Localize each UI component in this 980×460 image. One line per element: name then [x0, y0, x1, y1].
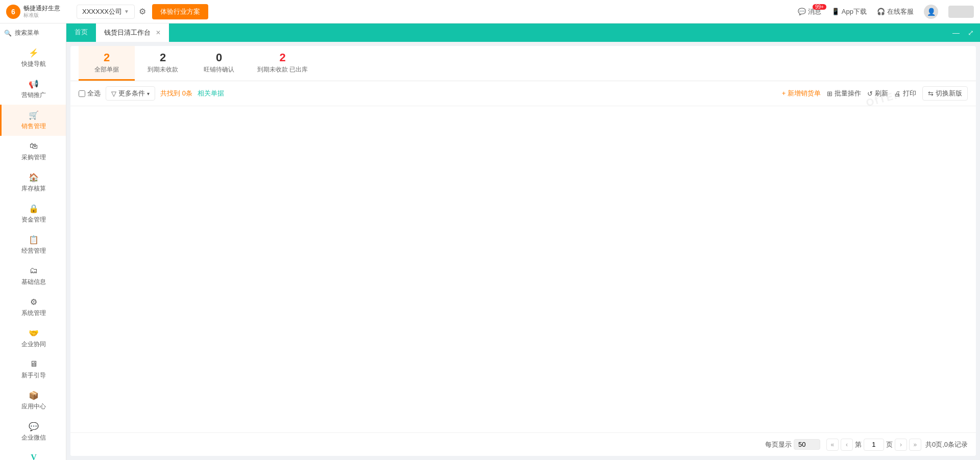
purchase-icon: 🛍	[29, 141, 39, 151]
last-page-button[interactable]: »	[909, 439, 921, 451]
message-icon: 💬	[798, 8, 806, 15]
tab-expand-icon[interactable]: ⤢	[966, 28, 976, 38]
layout: 🔍 搜索菜单 ⚡ 快捷导航 📢 营销推广 🛒 销售管理 🛍 采购管理 🏠 库存核…	[0, 23, 980, 460]
dropdown-arrow-icon: ▼	[124, 9, 129, 14]
operation-icon: 📋	[29, 234, 39, 245]
batch-icon: ⊞	[827, 90, 832, 98]
tab-controls: — ⤢	[950, 28, 980, 38]
total-info: 共0页,0条记录	[925, 440, 968, 449]
toolbar-right: + 新增销货单 ⊞ 批量操作 ↺ 刷新 🖨 打印 ⇆	[782, 86, 968, 101]
logo-icon: 6	[6, 5, 20, 19]
system-icon: ⚙	[29, 297, 39, 307]
tab-shrink-icon[interactable]: —	[950, 28, 962, 38]
member-icon: V	[29, 452, 39, 460]
prev-page-button[interactable]: ‹	[841, 439, 853, 451]
app-icon: 📱	[831, 8, 840, 15]
sidebar-item-operation[interactable]: 📋 经营管理	[0, 229, 66, 260]
stat-tab-unshipped[interactable]: 2 到期未收款 已出库	[247, 46, 318, 81]
base-icon: 🗂	[29, 265, 39, 276]
sidebar-item-finance[interactable]: 🔒 资金管理	[0, 198, 66, 229]
content-area: 2 全部单据 2 到期未收款 0 旺铺待确认 2 到期未收款 已出库	[70, 46, 976, 456]
sidebar: 🔍 搜索菜单 ⚡ 快捷导航 📢 营销推广 🛒 销售管理 🛍 采购管理 🏠 库存核…	[0, 23, 66, 460]
add-sales-order-button[interactable]: + 新增销货单	[782, 89, 821, 98]
page-size-dropdown[interactable]: 50 10 20 100	[794, 439, 820, 450]
appstore-icon: 📦	[29, 390, 39, 400]
sidebar-item-appstore[interactable]: 📦 应用中心	[0, 385, 66, 416]
sidebar-item-enterprise[interactable]: 🤝 企业协同	[0, 323, 66, 354]
print-button[interactable]: 🖨 打印	[894, 89, 916, 98]
filter-icon: ▽	[111, 90, 116, 98]
sidebar-item-guide[interactable]: 🖥 新手引导	[0, 354, 66, 385]
message-badge: 99+	[813, 4, 826, 10]
found-text: 共找到 0条	[160, 89, 192, 98]
sidebar-item-base[interactable]: 🗂 基础信息	[0, 260, 66, 292]
search-icon: 🔍	[4, 30, 12, 37]
logo-area: 6 畅捷通好生意 标准版	[6, 5, 72, 19]
select-all-checkbox[interactable]: 全选	[79, 89, 101, 98]
stat-tab-all[interactable]: 2 全部单据	[79, 46, 135, 81]
refresh-button[interactable]: ↺ 刷新	[867, 89, 888, 98]
select-all-input[interactable]	[79, 90, 85, 97]
company-selector[interactable]: XXXXXX公司 ▼	[77, 5, 135, 19]
messages-button[interactable]: 💬 消息 99+	[798, 7, 821, 16]
print-icon: 🖨	[894, 90, 901, 98]
sidebar-item-nav[interactable]: ⚡ 快捷导航	[0, 42, 66, 74]
main-area: 首页 钱货日清工作台 ✕ — ⤢ 2 全部单据 2 到期未收款	[66, 23, 980, 460]
sidebar-item-purchase[interactable]: 🛍 采购管理	[0, 136, 66, 167]
tab-work[interactable]: 钱货日清工作台 ✕	[96, 23, 169, 42]
wechat-icon: 💬	[29, 421, 39, 431]
enterprise-icon: 🤝	[29, 328, 39, 338]
filter-button[interactable]: ▽ 更多条件 ▾	[106, 86, 155, 101]
first-page-button[interactable]: «	[826, 439, 839, 451]
stat-tabs: 2 全部单据 2 到期未收款 0 旺铺待确认 2 到期未收款 已出库	[70, 46, 976, 81]
page-number-input[interactable]	[864, 439, 884, 451]
sidebar-search[interactable]: 🔍 搜索菜单	[0, 23, 66, 42]
pagination-bar: 每页显示 50 10 20 100 « ‹ 第 页 › »	[70, 432, 976, 456]
sales-icon: 🛒	[29, 110, 39, 120]
sidebar-item-member[interactable]: V 畅会员	[0, 447, 66, 460]
sidebar-item-wechat[interactable]: 💬 企业微信	[0, 416, 66, 447]
nav-icon: ⚡	[29, 47, 39, 58]
settings-icon[interactable]: ⚙	[139, 7, 146, 16]
batch-operation-button[interactable]: ⊞ 批量操作	[827, 89, 861, 98]
app-download-button[interactable]: 📱 App下载	[831, 7, 867, 16]
topbar: 6 畅捷通好生意 标准版 XXXXXX公司 ▼ ⚙ 体验行业方案 💬 消息 99…	[0, 0, 980, 23]
stat-tab-pending[interactable]: 0 旺铺待确认	[191, 46, 247, 81]
tab-bar: 首页 钱货日清工作台 ✕ — ⤢	[66, 23, 980, 42]
finance-icon: 🔒	[29, 203, 39, 213]
filter-arrow-icon: ▾	[147, 91, 150, 96]
guide-icon: 🖥	[29, 359, 39, 369]
online-service-button[interactable]: 🎧 在线客服	[877, 7, 914, 16]
related-link[interactable]: 相关单据	[198, 89, 224, 98]
tab-close-icon[interactable]: ✕	[156, 29, 161, 36]
table-empty-area	[70, 106, 976, 432]
switch-version-button[interactable]: ⇆ 切换新版	[922, 86, 968, 101]
logo-text: 畅捷通好生意 标准版	[23, 5, 60, 18]
sidebar-item-sales[interactable]: 🛒 销售管理	[0, 105, 66, 136]
next-page-button[interactable]: ›	[895, 439, 907, 451]
sidebar-item-inventory[interactable]: 🏠 库存核算	[0, 167, 66, 198]
tab-home[interactable]: 首页	[66, 23, 96, 42]
toolbar: 全选 ▽ 更多条件 ▾ 共找到 0条 相关单据 + 新增销货单 ⊞	[70, 81, 976, 106]
page-nav: « ‹ 第 页 › »	[826, 439, 921, 451]
service-icon: 🎧	[877, 8, 885, 15]
found-count: 0	[182, 89, 186, 97]
switch-icon: ⇆	[928, 90, 934, 98]
try-industry-button[interactable]: 体验行业方案	[152, 4, 208, 19]
avatar[interactable]: 👤	[924, 5, 938, 19]
toolbar-left: 全选 ▽ 更多条件 ▾ 共找到 0条 相关单据	[79, 86, 224, 101]
stat-tab-overdue[interactable]: 2 到期未收款	[135, 46, 191, 81]
topbar-right: 💬 消息 99+ 📱 App下载 🎧 在线客服 👤	[798, 5, 974, 19]
user-name[interactable]	[948, 6, 974, 18]
sidebar-item-system[interactable]: ⚙ 系统管理	[0, 292, 66, 323]
refresh-icon: ↺	[867, 90, 873, 98]
inventory-icon: 🏠	[29, 172, 39, 182]
page-size-selector: 每页显示 50 10 20 100	[765, 439, 822, 450]
marketing-icon: 📢	[29, 79, 39, 89]
sidebar-item-marketing[interactable]: 📢 营销推广	[0, 74, 66, 105]
